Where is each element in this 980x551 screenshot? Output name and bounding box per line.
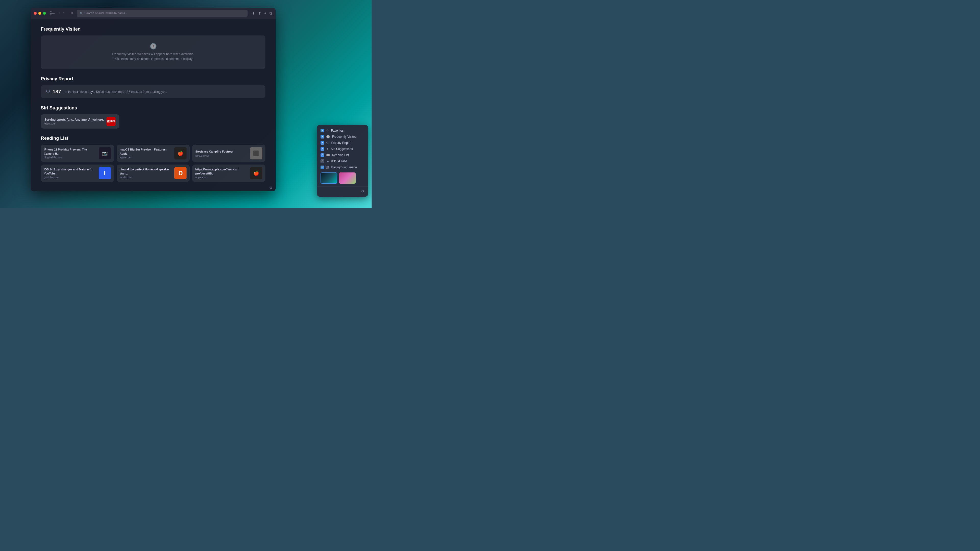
traffic-lights <box>34 12 46 15</box>
microphone-icon[interactable]: 🎙 <box>70 11 75 16</box>
reading-card-title-5: https://www.apple.com/final-cut-pro/docs… <box>195 168 248 176</box>
shield-badge: 🛡 187 <box>46 89 61 95</box>
new-tab-button[interactable]: + <box>264 11 267 16</box>
privacy-description: In the last seven days, Safari has preve… <box>65 90 167 94</box>
customize-frequently-visited[interactable]: 🕐 Frequently Visited <box>317 134 368 140</box>
siri-card-title: Serving sports fans. Anytime. Anywhere. <box>45 118 104 122</box>
siri-suggestions-label: Siri Suggestions <box>331 147 353 151</box>
reading-card-url-2: westelm.com <box>195 154 248 157</box>
privacy-report-section: Privacy Report 🛡 187 In the last seven d… <box>41 76 266 98</box>
customize-privacy-report[interactable]: 🛡 Privacy Report <box>317 140 368 146</box>
search-icon: 🔍 <box>80 12 83 15</box>
shield-icon: 🛡 <box>326 141 329 144</box>
frequently-visited-label: Frequently Visited <box>332 135 356 138</box>
reading-card-url-0: blog.halide.cam <box>44 156 96 159</box>
privacy-report-label: Privacy Report <box>331 141 352 144</box>
close-button[interactable] <box>34 12 37 15</box>
siri-suggestions-section: Siri Suggestions Serving sports fans. An… <box>41 105 266 129</box>
content-area: Frequently Visited 🕐 Frequently Visited … <box>30 19 275 184</box>
tab-overview-button[interactable]: ⧉ <box>269 11 272 16</box>
privacy-report-box[interactable]: 🛡 187 In the last seven days, Safari has… <box>41 85 266 98</box>
reading-card-title-0: iPhone 12 Pro Max Preview: The Camera H.… <box>44 148 96 156</box>
reading-card-thumb-3: I <box>99 167 111 179</box>
customize-favorites[interactable]: ☆ Favorites <box>317 127 368 134</box>
background-image-checkbox[interactable] <box>321 165 324 169</box>
customize-panel: ☆ Favorites 🕐 Frequently Visited 🛡 Priva… <box>317 125 368 197</box>
bottom-bar: ⚙ <box>30 184 275 191</box>
share-button[interactable]: ⬆ <box>258 11 262 16</box>
frequently-visited-section: Frequently Visited 🕐 Frequently Visited … <box>41 27 266 69</box>
frequently-visited-box: 🕐 Frequently Visited Websites will appea… <box>41 35 266 69</box>
frequently-visited-title: Frequently Visited <box>41 27 266 32</box>
siri-suggestions-checkbox[interactable] <box>321 147 324 151</box>
reading-list-section: Reading List iPhone 12 Pro Max Preview: … <box>41 136 266 184</box>
customize-settings-row[interactable]: ⚙ <box>317 188 368 194</box>
title-bar: ‹ › 🎙 🔍 Search or enter website name ⬇ ⬆… <box>30 8 275 19</box>
settings-sliders-icon[interactable]: ⚙ <box>361 189 364 193</box>
reading-card-thumb-0: 📷 <box>99 147 111 159</box>
minimize-button[interactable] <box>38 12 41 15</box>
siri-card-url: espn.com <box>45 122 104 125</box>
reading-card-2[interactable]: Steelcase Campfire Footrest westelm.com … <box>192 144 266 162</box>
back-button[interactable]: ‹ <box>58 11 61 16</box>
reading-card-0[interactable]: iPhone 12 Pro Max Preview: The Camera H.… <box>41 144 114 162</box>
forward-button[interactable]: › <box>62 11 65 16</box>
favorites-label: Favorites <box>331 129 344 132</box>
reading-card-1[interactable]: macOS Big Sur Preview - Features - Apple… <box>117 144 190 162</box>
cloud-icon: ☁ <box>326 159 329 163</box>
browser-window: ‹ › 🎙 🔍 Search or enter website name ⬇ ⬆… <box>30 8 275 191</box>
shield-icon: 🛡 <box>46 89 51 94</box>
reading-card-url-1: apple.com <box>120 156 172 159</box>
reading-list-checkbox[interactable] <box>321 153 324 157</box>
reading-card-thumb-1: 🍎 <box>174 147 186 159</box>
reading-card-title-4: I found the perfect Homepod speaker stan… <box>120 168 172 176</box>
reading-card-4[interactable]: I found the perfect Homepod speaker stan… <box>117 165 190 182</box>
address-bar[interactable]: 🔍 Search or enter website name <box>77 10 248 17</box>
reading-list-grid: iPhone 12 Pro Max Preview: The Camera H.… <box>41 144 266 184</box>
bg-thumbnail-pink-butterfly[interactable] <box>339 172 356 184</box>
download-button[interactable]: ⬇ <box>251 11 256 16</box>
customize-siri-suggestions[interactable]: ✦ Siri Suggestions <box>317 146 368 152</box>
address-bar-placeholder: Search or enter website name <box>84 11 125 15</box>
reading-card-title-1: macOS Big Sur Preview - Features - Apple <box>120 148 172 156</box>
reading-card-thumb-2: ⬛ <box>250 147 262 159</box>
reading-card-5[interactable]: https://www.apple.com/final-cut-pro/docs… <box>192 165 266 182</box>
sidebar-toggle-button[interactable] <box>50 11 55 15</box>
reading-card-title-2: Steelcase Campfire Footrest <box>195 150 248 154</box>
toolbar-right: ⬇ ⬆ + ⧉ <box>251 11 272 16</box>
favorites-checkbox[interactable] <box>321 129 324 132</box>
espn-logo: ESPN <box>107 117 116 126</box>
reading-card-thumb-4: D <box>174 167 186 179</box>
customize-background-image[interactable]: 🖼 Background Image <box>317 164 368 170</box>
background-thumbnails <box>317 170 368 185</box>
reading-card-thumb-5: 🍎 <box>250 167 262 179</box>
icloud-tabs-label: iCloud Tabs <box>331 159 347 163</box>
frequently-visited-text: Frequently Visited Websites will appear … <box>112 52 194 62</box>
customize-reading-list[interactable]: 📖 Reading List <box>317 152 368 158</box>
reading-card-title-3: iOS 14.2 top changes and features! - You… <box>44 168 96 176</box>
privacy-report-title: Privacy Report <box>41 76 266 82</box>
image-icon: 🖼 <box>326 165 329 169</box>
clock-icon: 🕐 <box>326 135 330 138</box>
reading-card-url-3: youtube.com <box>44 176 96 179</box>
siri-card-text: Serving sports fans. Anytime. Anywhere. … <box>45 118 104 125</box>
siri-suggestion-card[interactable]: Serving sports fans. Anytime. Anywhere. … <box>41 114 119 129</box>
background-image-label: Background Image <box>331 165 357 169</box>
settings-gear-icon[interactable]: ⚙ <box>269 186 272 190</box>
maximize-button[interactable] <box>43 12 46 15</box>
siri-icon: ✦ <box>326 147 329 151</box>
reading-card-url-4: reddit.com <box>120 176 172 179</box>
customize-icloud-tabs[interactable]: ☁ iCloud Tabs <box>317 158 368 164</box>
tracker-count: 187 <box>52 89 61 95</box>
book-icon: 📖 <box>326 153 330 157</box>
icloud-tabs-checkbox[interactable] <box>321 159 324 163</box>
nav-buttons: ‹ › <box>58 11 65 16</box>
reading-list-title: Reading List <box>41 136 266 141</box>
privacy-report-checkbox[interactable] <box>321 141 324 144</box>
reading-card-3[interactable]: iOS 14.2 top changes and features! - You… <box>41 165 114 182</box>
star-icon: ☆ <box>326 129 329 132</box>
clock-icon: 🕐 <box>150 43 157 50</box>
frequently-visited-checkbox[interactable] <box>321 135 324 138</box>
reading-card-url-5: apple.com <box>195 176 248 179</box>
bg-thumbnail-dark-ocean[interactable] <box>321 172 337 184</box>
